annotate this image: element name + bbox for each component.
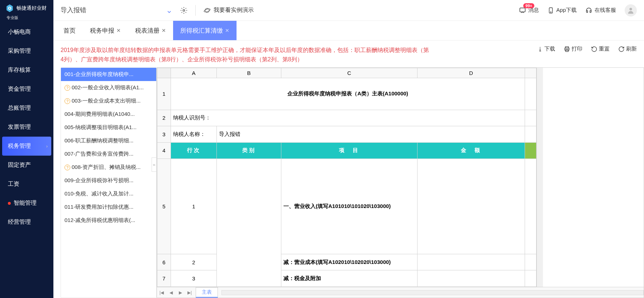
row-header[interactable]: 1 xyxy=(157,78,171,110)
sheet-title[interactable]: 企业所得税年度纳税申报表（A类）主表(A100000) xyxy=(171,78,525,110)
taxpayer-name-label[interactable]: 纳税人名称： xyxy=(171,126,217,143)
sheet-nav-first[interactable]: |◀ xyxy=(157,290,166,295)
headset-icon xyxy=(585,7,592,14)
form-item[interactable]: 001-企业所得税年度纳税申... xyxy=(61,68,156,81)
row-header[interactable]: 6 xyxy=(157,254,171,270)
cell[interactable] xyxy=(525,142,536,159)
sidebar-item-ai[interactable]: 智能管理 xyxy=(0,194,53,213)
collapse-handle[interactable]: ‹‹ xyxy=(152,157,157,172)
sheet-nav-prev[interactable]: ◀ xyxy=(166,290,176,295)
horizontal-scrollbar[interactable] xyxy=(221,290,644,295)
chevron-right-icon: › xyxy=(46,144,48,149)
sheet-nav-last[interactable]: ▶| xyxy=(185,290,194,295)
row-header[interactable]: 3 xyxy=(157,126,171,143)
form-item[interactable]: 004-期间费用明细表(A1040... xyxy=(61,108,156,121)
form-item[interactable]: 012-减免所得税优惠明细表(... xyxy=(61,214,156,227)
row-header[interactable]: 2 xyxy=(157,110,171,126)
badge: 99+ xyxy=(523,3,534,8)
close-icon[interactable]: ✕ xyxy=(225,28,229,33)
col-item-header[interactable]: 项 目 xyxy=(281,142,418,159)
avatar[interactable] xyxy=(625,4,637,16)
col-category-header[interactable]: 类别 xyxy=(217,142,281,159)
sheet-nav-next[interactable]: ▶ xyxy=(176,290,185,295)
cell[interactable] xyxy=(525,110,536,126)
cell[interactable] xyxy=(525,254,536,270)
sidebar-item-assets[interactable]: 固定资产 xyxy=(0,156,53,175)
cell-amount[interactable] xyxy=(418,159,525,254)
search-dropdown-icon[interactable]: ⌄ xyxy=(166,6,172,15)
notice-row: 2019年度涉及取以前年度结转数据的申报表单元格需要手工维护正确，才能保证本年及… xyxy=(53,41,644,67)
cell-line[interactable]: 1 xyxy=(171,159,217,254)
messages-button[interactable]: 99+ 消息 xyxy=(519,7,539,14)
form-item[interactable]: 007-广告费和业务宣传费跨... xyxy=(61,147,156,161)
col-header[interactable]: A xyxy=(171,68,217,78)
sidebar-item-ledger[interactable]: 总账管理 xyxy=(0,99,53,118)
col-line-header[interactable]: 行次 xyxy=(171,142,217,159)
form-item[interactable]: ?008-资产折旧、摊销及纳税... xyxy=(61,161,156,174)
form-item[interactable]: 010-免税、减计收入及加计... xyxy=(61,187,156,200)
cell[interactable] xyxy=(525,270,536,287)
tab-tax-register[interactable]: 税表清册✕ xyxy=(128,21,173,40)
sheet-tab[interactable]: 主表 xyxy=(196,287,218,298)
sidebar-item-business[interactable]: 经营管理 xyxy=(0,213,53,232)
cell-line[interactable]: 2 xyxy=(171,254,217,270)
spreadsheet: A B C D 1 企业所得税年度纳税申报表（A类）主表(A100000) 2 … xyxy=(157,67,644,298)
close-icon[interactable]: ✕ xyxy=(162,28,166,33)
sidebar-item-salary[interactable]: 工资 xyxy=(0,175,53,194)
app-download-button[interactable]: App下载 xyxy=(548,7,577,14)
form-item[interactable]: ?003-一般企业成本支出明细... xyxy=(61,94,156,108)
download-button[interactable]: ⭳下载 xyxy=(538,46,555,52)
sidebar-item-invoice[interactable]: 发票管理 xyxy=(0,118,53,137)
demo-link[interactable]: 我要看实例演示 xyxy=(204,6,254,14)
cell[interactable] xyxy=(525,159,536,254)
support-button[interactable]: 在线客服 xyxy=(585,7,616,14)
corner-cell[interactable] xyxy=(157,68,171,78)
form-item[interactable]: 011-研发费用加计扣除优惠... xyxy=(61,200,156,214)
cell-amount[interactable] xyxy=(418,254,525,270)
tabs: 首页 税务申报✕ 税表清册✕ 所得税汇算清缴✕ xyxy=(53,21,644,41)
cell-item[interactable]: 一、营业收入(填写A101010\101020\103000) xyxy=(281,159,418,254)
cell[interactable] xyxy=(525,126,536,143)
tab-home[interactable]: 首页 xyxy=(56,21,83,40)
sheet-table-extra[interactable] xyxy=(525,68,536,287)
col-header[interactable] xyxy=(525,68,536,78)
sidebar-item-funds[interactable]: 资金管理 xyxy=(0,80,53,99)
print-button[interactable]: 打印 xyxy=(564,46,582,52)
cell-item[interactable]: 减：营业成本(填写A102010\102020\103000) xyxy=(281,254,418,270)
cell-line[interactable]: 3 xyxy=(171,270,217,287)
col-header[interactable]: D xyxy=(418,68,525,78)
divider xyxy=(195,5,196,16)
gear-icon[interactable] xyxy=(180,7,187,14)
form-item[interactable]: ?002-一般企业收入明细表(A1... xyxy=(61,81,156,94)
reset-button[interactable]: 重置 xyxy=(591,46,610,52)
cell-category[interactable] xyxy=(217,159,281,287)
vertical-scrollbar[interactable] xyxy=(536,68,543,287)
form-item[interactable]: 006-职工薪酬纳税调整明细... xyxy=(61,134,156,147)
taxpayer-id-row[interactable]: 纳税人识别号： xyxy=(171,110,525,126)
reset-icon xyxy=(591,46,597,52)
cell-item[interactable]: 减：税金及附加 xyxy=(281,270,418,287)
search-input[interactable] xyxy=(58,4,162,16)
tab-income-tax[interactable]: 所得税汇算清缴✕ xyxy=(173,21,237,40)
question-icon: ? xyxy=(65,98,70,104)
refresh-button[interactable]: 刷新 xyxy=(618,46,637,52)
col-header[interactable]: B xyxy=(217,68,281,78)
cell-amount[interactable] xyxy=(418,270,525,287)
brand-logo-icon xyxy=(5,4,14,13)
sidebar-item-ecommerce[interactable]: 小畅电商 xyxy=(0,23,53,42)
sidebar-item-tax[interactable]: 税务管理› xyxy=(2,137,51,156)
sheet-table[interactable]: A B C D 1 企业所得税年度纳税申报表（A类）主表(A100000) 2 … xyxy=(157,68,525,287)
row-header[interactable]: 5 xyxy=(157,159,171,254)
col-header[interactable]: C xyxy=(281,68,418,78)
sidebar-item-inventory[interactable]: 库存核算 xyxy=(0,61,53,80)
taxpayer-name-value[interactable]: 导入报错 xyxy=(217,126,525,143)
row-header[interactable]: 7 xyxy=(157,270,171,287)
form-item[interactable]: 005-纳税调整项目明细表(A1... xyxy=(61,121,156,134)
form-item[interactable]: 009-企业所得税弥补亏损明... xyxy=(61,174,156,187)
col-amount-header[interactable]: 金 额 xyxy=(418,142,525,159)
row-header[interactable]: 4 xyxy=(157,142,171,159)
close-icon[interactable]: ✕ xyxy=(116,28,121,33)
cell[interactable] xyxy=(525,78,536,110)
sidebar-item-purchase[interactable]: 采购管理 xyxy=(0,42,53,61)
tab-tax-declare[interactable]: 税务申报✕ xyxy=(83,21,128,40)
